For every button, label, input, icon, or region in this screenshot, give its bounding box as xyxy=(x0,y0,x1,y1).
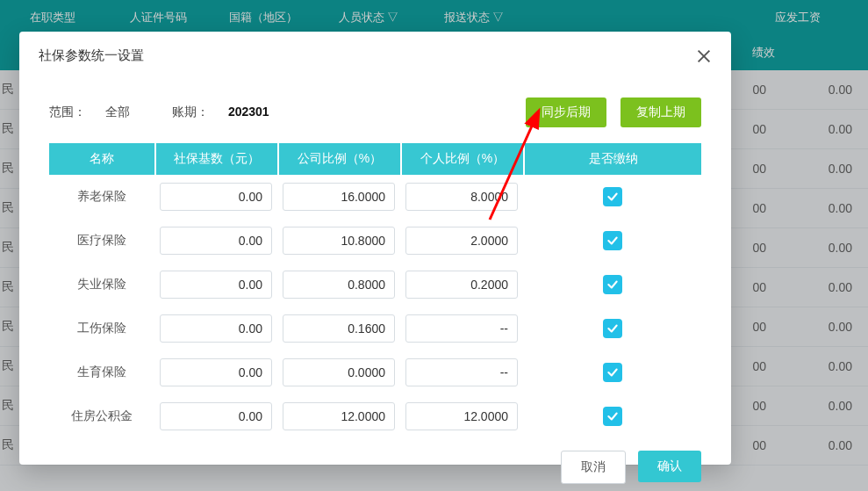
personal-input[interactable] xyxy=(405,358,518,386)
company-input[interactable] xyxy=(283,314,395,343)
dialog-title: 社保参数统一设置 xyxy=(39,47,144,64)
table-row: 养老保险 xyxy=(49,175,701,219)
personal-input[interactable] xyxy=(405,314,518,343)
personal-input[interactable] xyxy=(405,183,518,211)
copy-previous-period-button[interactable]: 复制上期 xyxy=(621,97,701,127)
company-input[interactable] xyxy=(283,183,395,211)
base-input[interactable] xyxy=(160,358,272,386)
base-input[interactable] xyxy=(160,183,272,211)
personal-input[interactable] xyxy=(405,227,518,255)
personal-input[interactable] xyxy=(405,271,518,299)
company-input[interactable] xyxy=(283,402,395,430)
row-name: 养老保险 xyxy=(49,175,154,219)
th-company-rate: 公司比例（%） xyxy=(277,143,400,175)
th-personal-rate: 个人比例（%） xyxy=(400,143,523,175)
social-insurance-settings-dialog: 社保参数统一设置 范围：全部 账期：202301 同步后期 复制上期 xyxy=(19,32,731,465)
base-input[interactable] xyxy=(160,314,272,343)
confirm-button[interactable]: 确认 xyxy=(638,451,701,482)
pay-checkbox[interactable] xyxy=(603,275,622,294)
table-row: 工伤保险 xyxy=(49,307,701,350)
row-name: 医疗保险 xyxy=(49,219,154,263)
company-input[interactable] xyxy=(283,271,395,299)
table-row: 住房公积金 xyxy=(49,394,701,438)
th-base: 社保基数（元） xyxy=(154,143,277,175)
sync-next-period-button[interactable]: 同步后期 xyxy=(526,97,606,127)
dialog-meta: 范围：全部 账期：202301 xyxy=(49,105,289,120)
period-label: 账期： xyxy=(172,105,209,119)
row-name: 失业保险 xyxy=(49,263,154,307)
close-icon[interactable] xyxy=(696,48,712,64)
table-row: 失业保险 xyxy=(49,263,701,307)
base-input[interactable] xyxy=(160,227,272,255)
cancel-button[interactable]: 取消 xyxy=(561,451,626,484)
insurance-params-table: 名称 社保基数（元） 公司比例（%） 个人比例（%） 是否缴纳 养老保险医疗保险… xyxy=(49,143,701,438)
pay-checkbox[interactable] xyxy=(603,319,622,338)
table-row: 医疗保险 xyxy=(49,219,701,263)
company-input[interactable] xyxy=(283,358,395,386)
personal-input[interactable] xyxy=(405,402,518,430)
table-row: 生育保险 xyxy=(49,350,701,394)
base-input[interactable] xyxy=(160,271,272,299)
scope-value: 全部 xyxy=(105,105,130,119)
scope-label: 范围： xyxy=(49,105,86,119)
row-name: 生育保险 xyxy=(49,350,154,394)
pay-checkbox[interactable] xyxy=(603,363,622,382)
row-name: 住房公积金 xyxy=(49,394,154,438)
base-input[interactable] xyxy=(160,402,272,430)
th-pay: 是否缴纳 xyxy=(523,143,701,175)
pay-checkbox[interactable] xyxy=(603,407,622,426)
company-input[interactable] xyxy=(283,227,395,255)
row-name: 工伤保险 xyxy=(49,307,154,350)
pay-checkbox[interactable] xyxy=(603,231,622,250)
th-name: 名称 xyxy=(49,143,154,175)
pay-checkbox[interactable] xyxy=(603,187,622,206)
period-value: 202301 xyxy=(228,105,269,119)
